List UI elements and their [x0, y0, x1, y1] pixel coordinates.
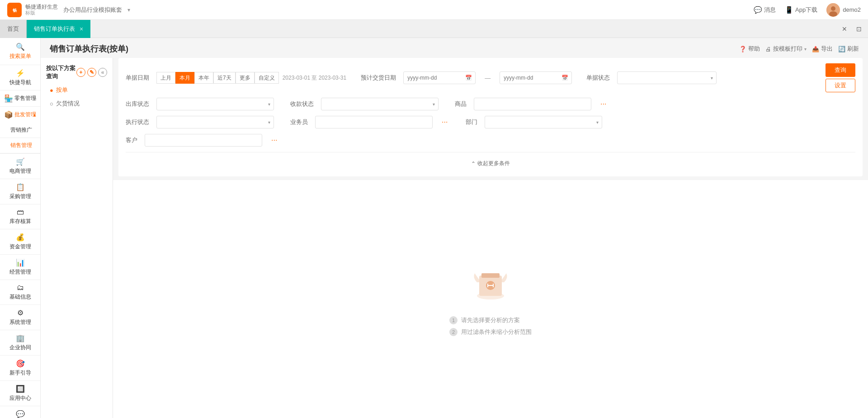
- svg-point-4: [829, 11, 837, 17]
- sidebar-item-sales[interactable]: 销售管理: [0, 138, 40, 153]
- sidebar: 🔍 搜索菜单 ⚡ 快捷导航 🏪 零售管理 ▶ 📦 批发管理 ▲: [0, 38, 41, 418]
- wholesale-arrow-icon: ▲: [33, 113, 37, 117]
- page-actions: ❓ 帮助 🖨 按模板打印 ▾ 📤 导出 🔄 刷新: [739, 45, 859, 53]
- out-status-select[interactable]: [156, 98, 274, 110]
- export-icon: 📤: [812, 46, 819, 52]
- empty-icon: [468, 262, 513, 307]
- sidebar-item-search[interactable]: 🔍 搜索菜单: [0, 38, 40, 65]
- custom-btn[interactable]: 自定义: [255, 72, 279, 84]
- user-avatar: [826, 3, 840, 17]
- logo-area: 畅 畅捷通好生意 标版: [7, 3, 58, 17]
- message-icon: 💬: [754, 6, 762, 14]
- exec-status-label: 执行状态: [126, 118, 149, 126]
- sidebar-item-system[interactable]: ⚙ 系统管理: [0, 305, 40, 330]
- scheme-item-order[interactable]: ● 按单: [41, 83, 113, 97]
- sidebar-item-marketing[interactable]: 营销推广: [0, 123, 40, 138]
- sidebar-item-wechat[interactable]: 💬 企业微信: [0, 406, 40, 418]
- sidebar-item-apps[interactable]: 🔲 应用中心: [0, 381, 40, 406]
- sidebar-item-finance[interactable]: 💰 资金管理: [0, 229, 40, 255]
- sidebar-item-purchase[interactable]: 📋 采购管理: [0, 179, 40, 204]
- tab-sales-order[interactable]: 销售订单执行表 ×: [27, 20, 90, 38]
- sidebar-item-corp[interactable]: 🏢 企业协同: [0, 330, 40, 356]
- query-button[interactable]: 查询: [826, 63, 855, 77]
- operations-icon: 📊: [16, 258, 25, 267]
- sidebar-group-wholesale-header[interactable]: 📦 批发管理 ▲: [0, 107, 40, 123]
- tab-close-window-button[interactable]: ✕: [839, 24, 850, 34]
- system-icon: ⚙: [17, 309, 24, 317]
- sidebar-item-basic[interactable]: 🗂 基础信息: [0, 280, 40, 305]
- receive-status-select[interactable]: [321, 98, 439, 110]
- scheme-item-shortage-icon: ○: [50, 100, 53, 107]
- page-header: 销售订单执行表(按单) ❓ 帮助 🖨 按模板打印 ▾ 📤 导出: [41, 38, 868, 58]
- expected-date-start-input[interactable]: [403, 71, 476, 84]
- ecom-icon: 🛒: [16, 157, 25, 166]
- quick-nav-icon: ⚡: [16, 69, 25, 77]
- expected-date-start-wrapper: 📅: [403, 71, 476, 84]
- dept-select[interactable]: [485, 116, 602, 128]
- empty-tip-2: 2 用过滤条件来缩小分析范围: [449, 328, 532, 336]
- tab-home[interactable]: 首页: [0, 20, 27, 38]
- filter-row-4: 客户 ···: [126, 134, 855, 147]
- finance-icon: 💰: [16, 233, 25, 242]
- filter-row-3: 执行状态 ▾ 业务员 ··· 部门: [126, 116, 855, 128]
- page-area: 销售订单执行表(按单) ❓ 帮助 🖨 按模板打印 ▾ 📤 导出: [41, 38, 868, 418]
- customer-input[interactable]: [145, 134, 262, 147]
- tab-close-icon[interactable]: ×: [80, 25, 83, 33]
- order-status-label: 单据状态: [586, 74, 610, 82]
- logo-text: 畅捷通好生意 标版: [25, 4, 58, 16]
- order-status-select[interactable]: [617, 71, 717, 84]
- filter-panel: 单据日期 上月 本月 本年 近7天 更多 自定义 2023-03-01 至 20…: [118, 58, 863, 176]
- customer-dots-button[interactable]: ···: [269, 136, 279, 144]
- print-icon: 🖨: [765, 46, 771, 52]
- goods-input[interactable]: [474, 98, 591, 110]
- sidebar-item-quick-nav[interactable]: ⚡ 快捷导航: [0, 65, 40, 90]
- help-button[interactable]: ❓ 帮助: [739, 45, 760, 53]
- export-button[interactable]: 📤 导出: [812, 45, 833, 53]
- left-panel-header: 按以下方案查询 + ✎ «: [41, 62, 113, 83]
- scheme-item-shortage[interactable]: ○ 欠货情况: [41, 97, 113, 110]
- tab-bar-actions: ✕ ⊡: [839, 24, 868, 34]
- this-month-btn[interactable]: 本月: [175, 72, 194, 84]
- print-button[interactable]: 🖨 按模板打印 ▾: [765, 45, 807, 53]
- left-panel-title: 按以下方案查询: [46, 64, 76, 81]
- sidebar-item-inventory[interactable]: 🗃 库存核算: [0, 204, 40, 229]
- retail-arrow-icon: ▶: [33, 96, 37, 101]
- tab-restore-button[interactable]: ⊡: [854, 24, 864, 34]
- more-btn[interactable]: 更多: [236, 72, 255, 84]
- sales-rep-dots-button[interactable]: ···: [440, 118, 449, 126]
- exec-status-select[interactable]: [156, 116, 274, 128]
- message-button[interactable]: 💬 消息: [754, 6, 776, 14]
- guide-icon: 🎯: [16, 359, 25, 368]
- last-month-btn[interactable]: 上月: [156, 72, 175, 84]
- settings-button[interactable]: 设置: [826, 79, 855, 92]
- goods-dots-button[interactable]: ···: [599, 100, 608, 108]
- date-range-text: 2023-03-01 至 2023-03-31: [283, 74, 346, 82]
- out-status-wrapper: ▾: [156, 98, 274, 110]
- breadcrumb-arrow-icon[interactable]: ▾: [127, 7, 130, 13]
- empty-tips: 1 请先选择要分析的方案 2 用过滤条件来缩小分析范围: [449, 316, 532, 336]
- this-year-btn[interactable]: 本年: [194, 72, 213, 84]
- out-status-label: 出库状态: [126, 100, 149, 108]
- filter-row-1: 单据日期 上月 本月 本年 近7天 更多 自定义 2023-03-01 至 20…: [126, 63, 855, 92]
- sidebar-group-retail-header[interactable]: 🏪 零售管理 ▶: [0, 90, 40, 106]
- collapse-panel-button[interactable]: «: [98, 68, 107, 77]
- svg-text:畅: 畅: [13, 8, 17, 13]
- left-panel-actions: + ✎ «: [76, 68, 107, 77]
- add-scheme-button[interactable]: +: [76, 68, 85, 77]
- last7-btn[interactable]: 近7天: [213, 72, 236, 84]
- sidebar-item-guide[interactable]: 🎯 新手引导: [0, 356, 40, 381]
- inner-layout: 按以下方案查询 + ✎ « ● 按单 ○ 欠货情况: [41, 58, 868, 418]
- refresh-button[interactable]: 🔄 刷新: [838, 45, 859, 53]
- app-download-button[interactable]: 📱 App下载: [785, 6, 817, 14]
- edit-scheme-button[interactable]: ✎: [87, 68, 96, 77]
- sales-rep-input[interactable]: [315, 116, 433, 128]
- sidebar-item-ecom[interactable]: 🛒 电商管理: [0, 154, 40, 179]
- sidebar-item-operations[interactable]: 📊 经营管理: [0, 255, 40, 280]
- user-area[interactable]: demo2: [826, 3, 861, 17]
- expected-date-end-input[interactable]: [500, 71, 572, 84]
- filter-row-2: 出库状态 ▾ 收款状态: [126, 98, 855, 110]
- collapse-filter-button[interactable]: ⌃ 收起更多条件: [467, 156, 514, 171]
- corp-icon: 🏢: [16, 334, 25, 342]
- print-dropdown-icon[interactable]: ▾: [804, 47, 807, 52]
- tip-num-1: 1: [449, 316, 458, 324]
